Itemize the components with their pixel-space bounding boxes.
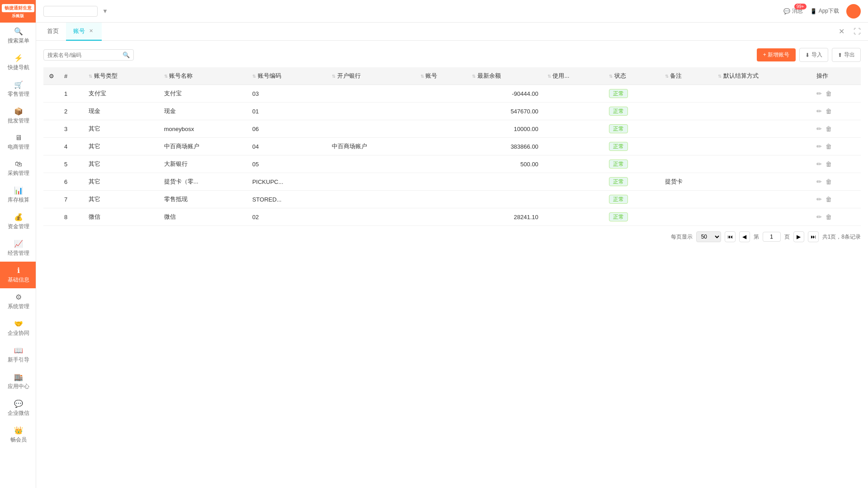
status-badge: 正常 bbox=[609, 212, 628, 221]
edit-icon-5[interactable]: ✏ bbox=[816, 178, 822, 185]
add-account-button[interactable]: + 新增账号 bbox=[757, 48, 796, 61]
sidebar-item-0[interactable]: 🔍搜索菜单 bbox=[0, 23, 36, 49]
tab-account-label: 账号 bbox=[73, 27, 85, 35]
row-action-4: ✏ 🗑 bbox=[812, 155, 861, 173]
row-default-payment-7 bbox=[713, 208, 812, 226]
col-account[interactable]: ⇅ 账号 bbox=[416, 67, 468, 85]
sidebar-icon-0: 🔍 bbox=[14, 27, 23, 36]
sidebar-item-4[interactable]: 🖥电商管理 bbox=[0, 129, 36, 155]
page-size-select[interactable]: 50 20 100 bbox=[696, 231, 721, 242]
col-usage[interactable]: ⇅ 使用... bbox=[543, 67, 604, 85]
col-settings[interactable]: ⚙ bbox=[43, 67, 60, 85]
sidebar-icon-1: ⚡ bbox=[14, 54, 23, 62]
sidebar-label-0: 搜索菜单 bbox=[8, 37, 29, 45]
col-bank[interactable]: ⇅ 开户银行 bbox=[327, 67, 415, 85]
search-input[interactable] bbox=[47, 52, 120, 58]
prev-page-button[interactable]: ◀ bbox=[739, 231, 750, 242]
row-account-6 bbox=[416, 191, 468, 208]
col-code[interactable]: ⇅ 账号编码 bbox=[248, 67, 327, 85]
sidebar-item-12[interactable]: 📖新手引导 bbox=[0, 342, 36, 368]
row-action-2: ✏ 🗑 bbox=[812, 120, 861, 138]
edit-icon-2[interactable]: ✏ bbox=[816, 125, 822, 132]
row-index-4: 5 bbox=[60, 155, 84, 173]
row-bank-6 bbox=[327, 191, 415, 208]
delete-icon-4[interactable]: 🗑 bbox=[826, 160, 832, 168]
row-usage-4 bbox=[543, 155, 604, 173]
mobile-icon: 📱 bbox=[810, 8, 817, 14]
sidebar-label-10: 系统管理 bbox=[8, 303, 29, 310]
sidebar-item-15[interactable]: 👑畅会员 bbox=[0, 422, 36, 448]
sidebar-icon-11: 🤝 bbox=[14, 319, 23, 328]
col-remark[interactable]: ⇅ 备注 bbox=[660, 67, 713, 85]
row-index-3: 4 bbox=[60, 138, 84, 155]
close-tab-button[interactable]: ✕ bbox=[835, 27, 848, 36]
table-row: 1 支付宝 支付宝 03 -90444.00 正常 ✏ 🗑 bbox=[43, 85, 861, 103]
row-bank-3: 中百商场账户 bbox=[327, 138, 415, 155]
sidebar-item-2[interactable]: 🛒零售管理 bbox=[0, 76, 36, 103]
page-size-label: 每页显示 bbox=[671, 233, 693, 241]
edit-icon-3[interactable]: ✏ bbox=[816, 143, 822, 150]
edit-icon-7[interactable]: ✏ bbox=[816, 213, 822, 221]
row-index-0: 1 bbox=[60, 85, 84, 103]
sidebar-item-13[interactable]: 🏬应用中心 bbox=[0, 368, 36, 395]
top-search-input[interactable] bbox=[43, 6, 98, 17]
page-number-input[interactable] bbox=[763, 232, 781, 242]
row-balance-2: 10000.00 bbox=[467, 120, 543, 138]
export-button[interactable]: ⬆ 导出 bbox=[832, 48, 861, 62]
next-page-button[interactable]: ▶ bbox=[793, 231, 804, 242]
row-account-5 bbox=[416, 173, 468, 191]
edit-icon-4[interactable]: ✏ bbox=[816, 160, 822, 168]
delete-icon-5[interactable]: 🗑 bbox=[826, 178, 832, 185]
delete-icon-6[interactable]: 🗑 bbox=[826, 196, 832, 203]
sidebar-item-10[interactable]: ⚙系统管理 bbox=[0, 288, 36, 315]
app-download-button[interactable]: 📱 App下载 bbox=[810, 7, 839, 15]
first-page-button[interactable]: ⏮ bbox=[725, 231, 736, 242]
sidebar-item-14[interactable]: 💬企业微信 bbox=[0, 395, 36, 422]
avatar[interactable] bbox=[846, 4, 861, 19]
sidebar-item-6[interactable]: 📊库存核算 bbox=[0, 182, 36, 208]
edit-icon-6[interactable]: ✏ bbox=[816, 196, 822, 203]
sidebar-icon-7: 💰 bbox=[14, 213, 23, 221]
search-icon[interactable]: 🔍 bbox=[123, 52, 130, 58]
col-index: # bbox=[60, 67, 84, 85]
search-box[interactable]: 🔍 bbox=[43, 49, 134, 61]
sidebar-label-2: 零售管理 bbox=[8, 90, 29, 98]
status-badge: 正常 bbox=[609, 177, 628, 186]
row-remark-3 bbox=[660, 138, 713, 155]
last-page-button[interactable]: ⏭ bbox=[808, 231, 819, 242]
row-code-5: PICKUPC... bbox=[248, 173, 327, 191]
sidebar-item-9[interactable]: ℹ基础信息 bbox=[0, 262, 36, 288]
sidebar-item-3[interactable]: 📦批发管理 bbox=[0, 103, 36, 129]
sidebar-item-7[interactable]: 💰资金管理 bbox=[0, 208, 36, 235]
delete-icon-3[interactable]: 🗑 bbox=[826, 143, 832, 150]
sidebar-label-4: 电商管理 bbox=[8, 143, 29, 151]
maximize-tab-button[interactable]: ⛶ bbox=[850, 28, 864, 36]
tab-home[interactable]: 首页 bbox=[40, 23, 66, 41]
dropdown-arrow-icon[interactable]: ▼ bbox=[102, 8, 108, 14]
col-type[interactable]: ⇅ 账号类型 bbox=[84, 67, 160, 85]
row-settings-7 bbox=[43, 208, 60, 226]
delete-icon-7[interactable]: 🗑 bbox=[826, 213, 832, 221]
messages-button[interactable]: 💬 消息 99+ bbox=[783, 7, 803, 15]
delete-icon-2[interactable]: 🗑 bbox=[826, 125, 832, 132]
edit-icon-0[interactable]: ✏ bbox=[816, 90, 822, 97]
col-status[interactable]: ⇅ 状态 bbox=[604, 67, 660, 85]
import-button[interactable]: ⬇ 导入 bbox=[799, 48, 828, 62]
delete-icon-0[interactable]: 🗑 bbox=[826, 90, 832, 97]
sidebar-item-1[interactable]: ⚡快捷导航 bbox=[0, 49, 36, 76]
row-status-6: 正常 bbox=[604, 191, 660, 208]
col-name[interactable]: ⇅ 账号名称 bbox=[160, 67, 248, 85]
tab-account[interactable]: 账号 ✕ bbox=[66, 23, 102, 41]
delete-icon-1[interactable]: 🗑 bbox=[826, 108, 832, 115]
row-type-3: 其它 bbox=[84, 138, 160, 155]
sidebar-item-5[interactable]: 🛍采购管理 bbox=[0, 155, 36, 182]
sidebar-item-8[interactable]: 📈经营管理 bbox=[0, 235, 36, 262]
row-usage-7 bbox=[543, 208, 604, 226]
row-type-0: 支付宝 bbox=[84, 85, 160, 103]
edit-icon-1[interactable]: ✏ bbox=[816, 108, 822, 115]
tab-close-icon[interactable]: ✕ bbox=[88, 28, 94, 34]
sidebar-label-3: 批发管理 bbox=[8, 117, 29, 125]
col-balance[interactable]: ⇅ 最新余额 bbox=[467, 67, 543, 85]
sidebar-item-11[interactable]: 🤝企业协同 bbox=[0, 315, 36, 342]
col-default-payment[interactable]: ⇅ 默认结算方式 bbox=[713, 67, 812, 85]
